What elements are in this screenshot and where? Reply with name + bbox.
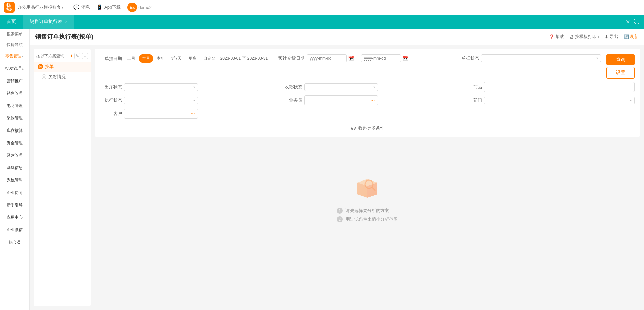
- window-maximize-btn[interactable]: ⛶: [632, 19, 641, 25]
- sidebar-item-operations[interactable]: 经营管理: [0, 149, 29, 162]
- refresh-btn[interactable]: 🔄 刷新: [624, 34, 639, 40]
- nav-tab-home[interactable]: 首页: [0, 15, 23, 29]
- help-btn[interactable]: ❓ 帮助: [549, 34, 564, 40]
- plan-item-icon: 按: [38, 64, 43, 69]
- sidebar-item-inventory[interactable]: 库存核算: [0, 124, 29, 137]
- nav-tab-active[interactable]: 销售订单执行表 ×: [23, 15, 74, 29]
- sidebar-label-retail: 零售管理: [5, 53, 21, 59]
- goods-field: 商品 ···: [454, 82, 635, 92]
- dept-label: 部门: [460, 97, 484, 103]
- inner-layout: 按以下方案查询 + ✎ « 按 按单 ○ 欠货情况: [30, 45, 644, 310]
- sidebar-item-sales[interactable]: 销售管理: [0, 87, 29, 100]
- top-nav: 首页 销售订单执行表 × ✕ ⛶: [0, 15, 644, 29]
- chevron-down-icon: ▾: [22, 55, 24, 58]
- forecast-start-input[interactable]: [307, 54, 347, 62]
- user-avatar: Ea: [127, 3, 137, 12]
- plan-sub-icon: ○: [42, 74, 46, 79]
- dept-select[interactable]: ▾: [484, 97, 635, 104]
- customer-input[interactable]: ···: [124, 109, 198, 119]
- sidebar-item-retail[interactable]: 零售管理 ▾: [0, 50, 29, 62]
- forecast-end-input[interactable]: [361, 54, 401, 62]
- help-icon: ❓: [549, 34, 554, 39]
- salesperson-label: 业务员: [280, 97, 304, 103]
- dropdown-arrow[interactable]: ▾: [62, 5, 64, 10]
- tab-close-btn[interactable]: ×: [65, 19, 67, 24]
- empty-steps: 1 请先选择要分析的方案 2 用过滤条件来缩小分析范围: [337, 208, 398, 222]
- window-close-btn[interactable]: ✕: [624, 19, 632, 25]
- user-menu[interactable]: Ea demo2: [127, 3, 152, 12]
- exec-status-label: 执行状态: [100, 97, 124, 103]
- exec-status-field: 执行状态 ▾: [100, 97, 275, 104]
- dept-field: 部门 ▾: [454, 97, 635, 104]
- exec-status-select[interactable]: ▾: [124, 97, 198, 104]
- action-btns: 查询 设置: [606, 54, 635, 79]
- goods-more-icon[interactable]: ···: [627, 84, 632, 90]
- plan-add-btn[interactable]: +: [70, 53, 73, 59]
- print-btn[interactable]: 🖨 按模板打印 ▾: [570, 34, 599, 40]
- sidebar-item-marketing[interactable]: 营销推广: [0, 75, 29, 87]
- topbar-right: 💬 消息 📱 App下载 Ea demo2: [68, 3, 157, 12]
- plan-sub-item-shortage[interactable]: ○ 欠货情况: [34, 72, 91, 82]
- date-current-btn[interactable]: 本月: [139, 54, 153, 63]
- message-btn[interactable]: 💬 消息: [73, 4, 90, 10]
- plan-panel-title: 按以下方案查询: [36, 53, 64, 59]
- goods-input[interactable]: ···: [484, 82, 635, 92]
- collapse-btn[interactable]: ∧∧ 收起更多条件: [350, 125, 384, 131]
- forecast-date-controls: 📅 — 📅: [307, 54, 408, 62]
- date-range-separator: —: [355, 56, 360, 61]
- collect-status-field: 收款状态 ▾: [275, 83, 455, 91]
- empty-state-icon: [351, 167, 384, 201]
- plan-edit-btn[interactable]: ✎: [74, 53, 80, 59]
- app-download-btn[interactable]: 📱 App下载: [97, 4, 121, 10]
- date-custom-btn[interactable]: 自定义: [200, 54, 218, 63]
- forecast-calendar-start-icon[interactable]: 📅: [348, 56, 354, 61]
- sidebar-item-ecommerce[interactable]: 电商管理: [0, 100, 29, 112]
- page-title: 销售订单执行表(按单): [35, 33, 93, 41]
- sidebar-item-basic[interactable]: 基础信息: [0, 162, 29, 174]
- sidebar-item-finance[interactable]: 资金管理: [0, 137, 29, 149]
- search-btn[interactable]: 查询: [606, 54, 635, 65]
- sidebar-item-wholesale[interactable]: 批发管理 ▴: [0, 62, 29, 75]
- date-prev-btn[interactable]: 上月: [124, 54, 138, 63]
- logo-text: 畅 标版: [6, 3, 12, 11]
- empty-step-1: 1 请先选择要分析的方案: [337, 208, 398, 214]
- setting-btn[interactable]: 设置: [606, 67, 635, 79]
- export-btn[interactable]: ⬇ 导出: [605, 34, 618, 40]
- goods-label: 商品: [460, 84, 484, 90]
- date-more-btn[interactable]: 更多: [185, 54, 200, 63]
- sidebar-item-guide[interactable]: 新手引导: [0, 199, 29, 211]
- sidebar-item-member[interactable]: 畅会员: [0, 236, 29, 249]
- date-week-btn[interactable]: 近7天: [168, 54, 185, 63]
- date-year-btn[interactable]: 本年: [154, 54, 168, 63]
- filter-row-3: 执行状态 ▾ 业务员 ···: [100, 95, 635, 105]
- plan-sub-label: 欠货情况: [48, 74, 66, 80]
- salesperson-input[interactable]: ···: [304, 95, 378, 105]
- collect-status-select[interactable]: ▾: [304, 83, 378, 91]
- sidebar-item-appstore[interactable]: 应用中心: [0, 211, 29, 224]
- customer-more-icon[interactable]: ···: [191, 111, 195, 117]
- date-field: 单据日期 上月 本月 本年 近7天 更多 自定义 2023-03-01 至 20…: [100, 54, 273, 63]
- sidebar-item-system[interactable]: 系统管理: [0, 174, 29, 187]
- plan-actions: + ✎ «: [70, 53, 88, 59]
- customer-label: 客户: [100, 111, 124, 117]
- plan-item-main[interactable]: 按 按单: [34, 62, 91, 72]
- salesperson-more-icon[interactable]: ···: [370, 97, 375, 103]
- collapse-icon: ∧∧: [350, 126, 357, 131]
- doc-status-select[interactable]: ▾: [481, 54, 601, 62]
- print-dropdown-icon: ▾: [598, 35, 599, 39]
- sidebar-label-wholesale: 批发管理: [5, 66, 21, 71]
- sidebar-item-purchase[interactable]: 采购管理: [0, 112, 29, 124]
- forecast-calendar-end-icon[interactable]: 📅: [402, 56, 408, 61]
- salesperson-field: 业务员 ···: [275, 95, 455, 105]
- sidebar-search[interactable]: 搜索菜单: [0, 29, 29, 40]
- date-label: 单据日期: [100, 56, 124, 62]
- out-status-select[interactable]: ▾: [124, 83, 198, 91]
- sidebar-quick-nav[interactable]: 快捷导航: [0, 40, 29, 50]
- out-status-field: 出库状态 ▾: [100, 83, 275, 91]
- sidebar-item-wechat[interactable]: 企业微信: [0, 224, 29, 236]
- plan-collapse-btn[interactable]: «: [82, 53, 88, 59]
- exec-status-arrow: ▾: [193, 99, 195, 102]
- download-icon: 📱: [97, 4, 103, 10]
- sidebar-item-enterprise[interactable]: 企业协同: [0, 187, 29, 199]
- print-icon: 🖨: [570, 34, 574, 39]
